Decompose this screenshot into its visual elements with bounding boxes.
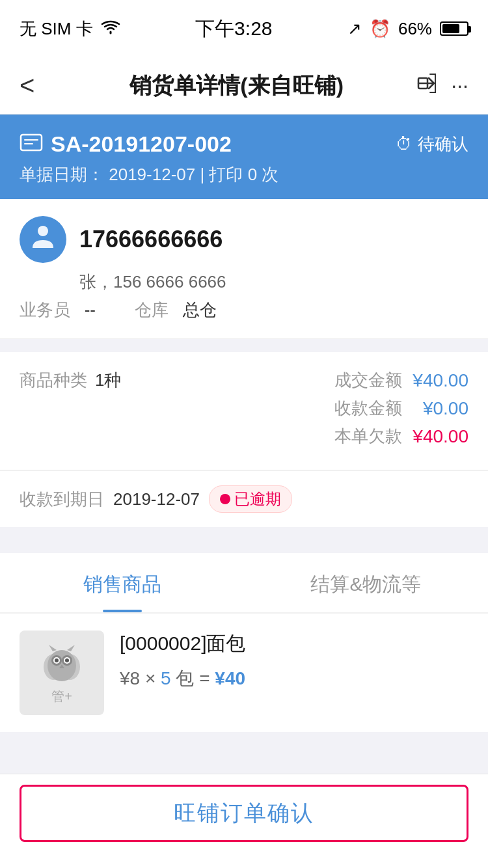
summary-section: 商品种类 1种 成交金额 ¥40.00 收款金额 ¥0.00 本单欠款 ¥40.… <box>0 352 488 470</box>
goods-type-label: 商品种类 <box>20 369 87 392</box>
divider-1 <box>0 339 488 352</box>
overdue-dot-icon <box>220 494 230 504</box>
order-status: ⏱ 待确认 <box>396 133 468 156</box>
multiply-sign: × <box>145 668 161 688</box>
tab-settlement-label: 结算&物流等 <box>310 573 421 595</box>
received-label: 收款金额 <box>334 397 402 420</box>
more-icon[interactable]: ··· <box>451 74 468 98</box>
deal-amount-label: 成交金额 <box>334 369 402 392</box>
share-icon[interactable] <box>414 72 438 100</box>
warehouse-info: 仓库 总仓 <box>135 299 217 321</box>
due-date-section: 收款到期日 2019-12-07 已逾期 <box>0 470 488 527</box>
status-text: 待确认 <box>418 133 468 156</box>
print-unit: 次 <box>262 165 278 184</box>
warehouse-value <box>173 300 178 319</box>
order-id-text: SA-20191207-002 <box>51 131 232 157</box>
product-name: [0000002]面包 <box>120 631 468 657</box>
due-date-value: 2019-12-07 <box>113 489 200 509</box>
divider-2 <box>0 527 488 540</box>
wifi-icon <box>101 19 120 39</box>
product-logo-text: 管+ <box>51 688 72 705</box>
tab-settlement[interactable]: 结算&物流等 <box>244 553 488 612</box>
deal-amount-value: ¥40.00 <box>413 370 468 391</box>
tab-underline <box>103 610 142 612</box>
customer-card: 17666666666 张，156 6666 6666 业务员 -- 仓库 总仓 <box>0 199 488 339</box>
svg-marker-14 <box>67 645 75 651</box>
product-image: 管+ <box>20 631 104 715</box>
svg-marker-13 <box>49 645 57 651</box>
nav-actions: ··· <box>414 72 468 100</box>
customer-main-row: 17666666666 <box>20 216 468 263</box>
owed-label: 本单欠款 <box>334 425 402 448</box>
print-label: | 打印 <box>200 165 243 184</box>
status-right: ↗ ⏰ 66% <box>347 19 468 39</box>
warehouse-label: 仓库 <box>135 300 169 319</box>
owl-icon <box>36 641 88 686</box>
order-header: SA-20191207-002 ⏱ 待确认 单据日期： 2019-12-07 |… <box>0 115 488 199</box>
confirm-button[interactable]: 旺铺订单确认 <box>20 785 468 842</box>
date-label: 单据日期： <box>20 165 104 184</box>
unit-price: ¥8 <box>120 668 140 688</box>
print-count: 0 <box>248 165 257 184</box>
back-button[interactable]: < <box>20 71 59 100</box>
order-date-value: 2019-12-07 <box>109 165 195 184</box>
product-code: [0000002] <box>120 632 206 654</box>
battery-label: 66% <box>398 19 432 39</box>
product-qty: 5 <box>161 668 171 688</box>
battery-icon <box>440 21 468 36</box>
equals-sign: = <box>199 668 210 688</box>
person-icon <box>29 222 57 257</box>
order-icon <box>20 131 43 157</box>
status-clock-icon: ⏱ <box>396 134 413 154</box>
goods-type-value: 1种 <box>95 369 121 392</box>
summary-row: 商品种类 1种 成交金额 ¥40.00 收款金额 ¥0.00 本单欠款 ¥40.… <box>20 369 468 453</box>
staff-label: 业务员 <box>20 300 70 319</box>
location-icon: ↗ <box>347 19 362 39</box>
received-value: ¥0.00 <box>423 398 468 419</box>
product-total: ¥40 <box>215 668 245 688</box>
customer-name-phone: 张，156 6666 6666 <box>79 271 468 293</box>
customer-phone: 17666666666 <box>79 226 223 253</box>
svg-point-11 <box>65 658 69 662</box>
svg-point-10 <box>55 658 59 662</box>
owed-value: ¥40.00 <box>413 426 468 447</box>
product-price-row: ¥8 × 5 包 = ¥40 <box>120 666 468 691</box>
tab-products-label: 销售商品 <box>83 573 161 595</box>
received-amount-row: 收款金额 ¥0.00 <box>334 397 468 420</box>
product-info: [0000002]面包 ¥8 × 5 包 = ¥40 <box>120 631 468 691</box>
svg-rect-1 <box>21 135 42 150</box>
status-bar: 无 SIM 卡 下午3:28 ↗ ⏰ 66% <box>0 0 488 57</box>
customer-avatar <box>20 216 66 263</box>
tab-products[interactable]: 销售商品 <box>0 553 244 612</box>
product-logo-container: 管+ <box>20 631 104 715</box>
svg-point-2 <box>38 226 48 236</box>
product-name-text: 面包 <box>206 632 245 654</box>
overdue-label: 已逾期 <box>234 489 281 509</box>
status-time: 下午3:28 <box>195 16 272 42</box>
carrier-label: 无 SIM 卡 <box>20 18 93 40</box>
due-date-label: 收款到期日 <box>20 488 104 511</box>
owed-amount-row: 本单欠款 ¥40.00 <box>334 425 468 448</box>
bottom-bar: 旺铺订单确认 <box>0 774 488 868</box>
order-id-row: SA-20191207-002 <box>20 131 232 157</box>
customer-info-row: 业务员 -- 仓库 总仓 <box>20 299 468 321</box>
deal-amount-row: 成交金额 ¥40.00 <box>334 369 468 392</box>
tabs-section: 销售商品 结算&物流等 <box>0 553 488 614</box>
amounts-group: 成交金额 ¥40.00 收款金额 ¥0.00 本单欠款 ¥40.00 <box>334 369 468 453</box>
nav-bar: < 销货单详情(来自旺铺) ··· <box>0 57 488 115</box>
status-left: 无 SIM 卡 <box>20 18 120 40</box>
product-item: 管+ [0000002]面包 ¥8 × 5 包 = ¥40 <box>0 614 488 732</box>
overdue-badge: 已逾期 <box>209 485 292 513</box>
warehouse-value-text: 总仓 <box>183 300 217 319</box>
staff-value <box>75 300 79 319</box>
alarm-icon: ⏰ <box>370 19 390 39</box>
page-title: 销货单详情(来自旺铺) <box>129 71 344 101</box>
order-date-row: 单据日期： 2019-12-07 | 打印 0 次 <box>20 163 468 186</box>
goods-type-group: 商品种类 1种 <box>20 369 121 392</box>
staff-info: 业务员 -- <box>20 299 96 321</box>
product-unit: 包 <box>176 668 194 688</box>
staff-value-text: -- <box>85 300 96 319</box>
